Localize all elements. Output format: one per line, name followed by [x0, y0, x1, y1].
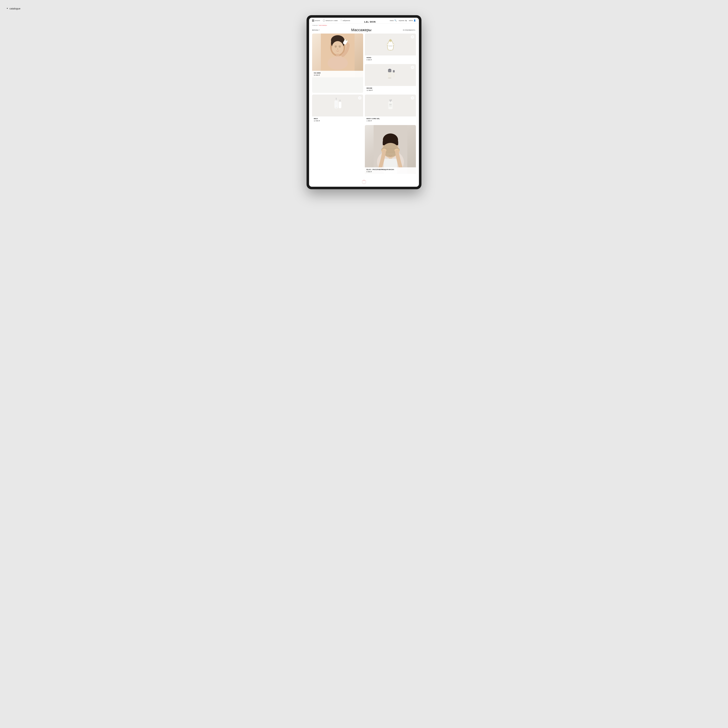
search-icon: 🔍 — [394, 19, 397, 21]
favorites-label: избранное — [343, 20, 350, 21]
spinner-container — [309, 177, 419, 187]
nav-favorites[interactable]: ♡ избранное — [340, 19, 350, 21]
body-care-gel-image: L&L SKIN BODY CARE GEL — [365, 95, 416, 116]
elax-image — [365, 125, 416, 174]
chat-icon: ◯ — [323, 19, 325, 21]
svg-point-5 — [332, 41, 344, 55]
user-icon: 👤 — [413, 19, 416, 21]
elax-price: 6 990 ₽ — [367, 171, 414, 173]
mizumi-svg — [380, 67, 401, 83]
svg-point-18 — [393, 44, 395, 45]
via-new-image-container: ♡ — [312, 34, 363, 77]
elax-svg — [373, 125, 407, 174]
mizumi-name: MIZUMI — [367, 87, 414, 89]
svg-point-6 — [335, 46, 337, 48]
product-grid: ♡ — [309, 34, 419, 177]
header: каталог ◯ связаться с нами ♡ избранное L… — [309, 18, 419, 23]
miga-price: 12 990 ₽ — [314, 120, 361, 122]
mizumi-image — [365, 64, 416, 86]
svg-point-22 — [388, 77, 392, 78]
product-card-mizumi[interactable]: ♡ — [365, 64, 416, 93]
hono-name: HONO — [367, 57, 414, 58]
body-care-gel-image-container: ♡ L&L SKIN BODY CARE — [365, 95, 416, 116]
tablet-frame: каталог ◯ связаться с нами ♡ избранное L… — [307, 15, 421, 189]
mizumi-wishlist[interactable]: ♡ — [411, 66, 414, 69]
product-card-hono[interactable]: ♡ — [365, 34, 416, 62]
site-logo[interactable]: L&L SKIN — [364, 21, 376, 23]
page-label: catalogue — [7, 7, 20, 10]
hono-svg: L&L SKIN — [380, 37, 401, 52]
body-care-gel-name: BODY CARE GEL — [367, 118, 414, 119]
product-card-via-new[interactable]: ♡ — [312, 34, 363, 93]
via-new-price: 29 990 ₽ — [314, 74, 361, 76]
loading-spinner — [362, 180, 366, 184]
nav-search[interactable]: поиск 🔍 — [390, 19, 397, 21]
svg-point-21 — [389, 69, 391, 70]
hono-wishlist[interactable]: ♡ — [411, 35, 414, 38]
cart-icon: 🛍 — [405, 20, 407, 21]
breadcrumb-current: массажеры — [319, 24, 327, 26]
svg-point-30 — [336, 107, 336, 108]
contact-label: связаться с нами — [326, 20, 338, 21]
heart-icon: ♡ — [340, 19, 342, 21]
miga-svg — [327, 98, 349, 113]
product-card-miga[interactable]: ♡ — [312, 95, 363, 123]
hono-image: L&L SKIN — [365, 34, 416, 55]
svg-point-33 — [340, 100, 340, 101]
login-label: войти — [409, 20, 413, 21]
hono-image-container: ♡ — [365, 34, 416, 55]
miga-image-container: ♡ — [312, 95, 363, 116]
catalogue-label: каталог — [315, 20, 320, 21]
via-new-name: VIA NEW — [314, 72, 361, 74]
grid-icon — [312, 20, 314, 21]
page-title-area: фильтры + Массажеры по популярности ↓ — [309, 27, 419, 34]
nav-catalogue[interactable]: каталог — [312, 20, 320, 21]
svg-rect-26 — [335, 100, 338, 109]
tablet-screen: каталог ◯ связаться с нами ♡ избранное L… — [309, 18, 419, 187]
hono-info: HONO 9 990 ₽ — [365, 55, 416, 62]
miga-info: MIGA 12 990 ₽ — [312, 116, 363, 123]
nav-cart[interactable]: корзина 🛍 — [399, 20, 407, 21]
nav-contact[interactable]: ◯ связаться с нами — [323, 19, 338, 21]
header-wrapper: каталог ◯ связаться с нами ♡ избранное L… — [312, 19, 416, 21]
hono-price: 9 990 ₽ — [367, 59, 414, 61]
svg-rect-42 — [391, 99, 392, 101]
body-care-gel-price: 1 990 ₽ — [367, 120, 414, 122]
body-care-gel-info: BODY CARE GEL 1 990 ₽ — [365, 116, 416, 123]
product-card-elax[interactable]: ♡ — [365, 125, 416, 174]
svg-point-7 — [339, 46, 341, 48]
elax-overlay: ELAX – РАССЛАБЛЯЮЩАЯ МАСКА 6 990 ₽ — [365, 167, 416, 174]
header-right: поиск 🔍 корзина 🛍 войти 👤 — [390, 19, 416, 21]
filters-button[interactable]: фильтры + — [312, 29, 320, 31]
mizumi-price: 12 990 ₽ — [367, 89, 414, 91]
product-card-body-care-gel[interactable]: ♡ L&L SKIN BODY CARE — [365, 95, 416, 123]
svg-point-17 — [386, 44, 388, 45]
body-care-gel-wishlist[interactable]: ♡ — [411, 96, 414, 99]
breadcrumb: главная / массажеры — [309, 23, 419, 27]
svg-text:GEL: GEL — [390, 106, 391, 106]
svg-point-14 — [390, 40, 391, 41]
sort-button[interactable]: по популярности ↓ — [403, 29, 416, 31]
via-new-overlay: VIA NEW 29 990 ₽ — [312, 71, 363, 77]
svg-point-8 — [337, 49, 338, 49]
elax-image-container: ♡ — [365, 125, 416, 174]
page-title: Массажеры — [320, 28, 403, 32]
svg-text:L&L SKIN: L&L SKIN — [390, 104, 392, 105]
mizumi-info: MIZUMI 12 990 ₽ — [365, 86, 416, 93]
elax-name: ELAX – РАССЛАБЛЯЮЩАЯ МАСКА — [367, 169, 414, 170]
miga-name: MIGA — [314, 118, 361, 119]
miga-image — [312, 95, 363, 116]
svg-text:BODY CARE: BODY CARE — [389, 105, 392, 105]
body-care-gel-svg: L&L SKIN BODY CARE GEL — [382, 98, 399, 113]
miga-wishlist[interactable]: ♡ — [358, 96, 361, 99]
mizumi-image-container: ♡ — [365, 64, 416, 86]
svg-text:L&L SKIN: L&L SKIN — [389, 46, 392, 46]
header-left: каталог ◯ связаться с нами ♡ избранное — [312, 19, 350, 21]
svg-rect-31 — [338, 102, 341, 109]
svg-point-10 — [327, 56, 348, 70]
cart-label: корзина — [399, 20, 404, 21]
page-label-text: catalogue — [9, 7, 20, 10]
breadcrumb-home[interactable]: главная — [312, 24, 318, 26]
nav-login[interactable]: войти 👤 — [409, 19, 416, 21]
svg-rect-24 — [393, 70, 395, 72]
